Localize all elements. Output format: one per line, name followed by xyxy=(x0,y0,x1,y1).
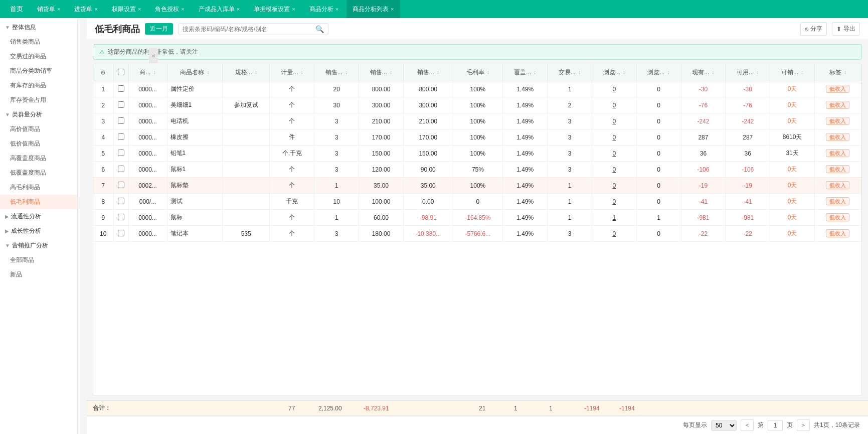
cell-name[interactable]: 吴细细1 xyxy=(167,97,223,113)
row-checkbox[interactable] xyxy=(118,166,124,172)
cell-checkbox[interactable] xyxy=(113,81,128,97)
cell-view1[interactable]: 0 xyxy=(592,178,636,194)
nav-purchase-close[interactable]: × xyxy=(94,6,97,12)
export-btn[interactable]: ⬆ 导出 xyxy=(832,22,860,36)
nav-product-entry[interactable]: 产成品入库单 × xyxy=(193,0,246,18)
next-page-btn[interactable]: ＞ xyxy=(797,419,810,431)
row-checkbox[interactable] xyxy=(118,150,124,156)
sidebar-item-category-rate[interactable]: 商品分类助销率 xyxy=(0,64,77,78)
sidebar-group-overall[interactable]: ▼ 整体信息 xyxy=(0,20,77,35)
row-checkbox[interactable] xyxy=(118,214,124,220)
cell-view1[interactable]: 0 xyxy=(592,113,636,129)
cell-view1[interactable]: 0 xyxy=(592,226,636,242)
cell-checkbox[interactable] xyxy=(113,97,128,113)
nav-purchase[interactable]: 进货单 × xyxy=(68,0,103,18)
col-current[interactable]: 现有... ↕ xyxy=(681,64,726,81)
per-page-select[interactable]: 50 20 100 xyxy=(711,420,737,431)
col-trade[interactable]: 交易... ↕ xyxy=(548,64,592,81)
cell-name[interactable]: 鼠标垫 xyxy=(167,178,223,194)
sidebar-item-in-stock[interactable]: 有库存的商品 xyxy=(0,78,77,93)
share-btn[interactable]: ⎋ 分享 xyxy=(800,22,827,36)
col-unit[interactable]: 计量... ↕ xyxy=(270,64,314,81)
nav-permissions-close[interactable]: × xyxy=(138,6,141,12)
nav-goods-analysis[interactable]: 商品分析 × xyxy=(303,0,344,18)
sidebar-item-new-goods[interactable]: 新品 xyxy=(0,267,77,282)
sidebar-item-high-coverage[interactable]: 高覆盖度商品 xyxy=(0,151,77,166)
cell-checkbox[interactable] xyxy=(113,210,128,226)
nav-sales[interactable]: 销货单 × xyxy=(31,0,66,18)
search-icon[interactable]: 🔍 xyxy=(315,25,324,33)
cell-view1[interactable]: 0 xyxy=(592,194,636,210)
cell-checkbox[interactable] xyxy=(113,194,128,210)
select-all-checkbox[interactable] xyxy=(118,69,124,75)
col-select-all[interactable] xyxy=(113,64,128,81)
cell-view1[interactable]: 0 xyxy=(592,97,636,113)
cell-view1[interactable]: 0 xyxy=(592,81,636,97)
col-coverage[interactable]: 覆盖... ↕ xyxy=(503,64,548,81)
sidebar-item-low-value[interactable]: 低价值商品 xyxy=(0,136,77,151)
row-checkbox[interactable] xyxy=(118,117,124,124)
filter-recent-month-btn[interactable]: 近一月 xyxy=(145,23,173,35)
sidebar-collapse-btn[interactable]: « xyxy=(149,48,158,63)
col-view2[interactable]: 浏览... ↕ xyxy=(636,64,681,81)
cell-name[interactable]: 电话机 xyxy=(167,113,223,129)
col-sales-profit[interactable]: 销售... ↕ xyxy=(403,64,453,81)
cell-checkbox[interactable] xyxy=(113,226,128,242)
sidebar-item-high-margin[interactable]: 高毛利商品 xyxy=(0,180,77,195)
row-checkbox[interactable] xyxy=(118,182,124,188)
row-checkbox[interactable] xyxy=(118,133,124,140)
search-input[interactable] xyxy=(183,26,315,33)
cell-name[interactable]: 测试 xyxy=(167,194,223,210)
col-sales-qty[interactable]: 销售... ↕ xyxy=(314,64,359,81)
col-settings[interactable]: ⚙ xyxy=(93,64,113,81)
row-checkbox[interactable] xyxy=(118,85,124,92)
sidebar-item-stock-fund[interactable]: 库存资金占用 xyxy=(0,93,77,107)
nav-template[interactable]: 单据模板设置 × xyxy=(248,0,301,18)
sidebar-group-marketing[interactable]: ▼ 营销推广分析 xyxy=(0,238,77,253)
col-spec[interactable]: 规格... ↕ xyxy=(223,64,270,81)
nav-sales-close[interactable]: × xyxy=(57,6,60,12)
nav-goods-analysis-list[interactable]: 商品分析列表 × xyxy=(346,0,400,18)
sidebar-item-low-margin[interactable]: 低毛利商品 xyxy=(0,195,77,209)
row-checkbox[interactable] xyxy=(118,101,124,108)
cell-view1[interactable]: 0 xyxy=(592,162,636,178)
cell-view1[interactable]: 0 xyxy=(592,146,636,162)
cell-name[interactable]: 橡皮擦 xyxy=(167,129,223,146)
sidebar-group-circulation[interactable]: ▶ 流通性分析 xyxy=(0,209,77,224)
cell-name[interactable]: 笔记本 xyxy=(167,226,223,242)
col-gross-rate[interactable]: 毛利率 ↕ xyxy=(453,64,503,81)
cell-name[interactable]: 鼠标1 xyxy=(167,162,223,178)
col-name[interactable]: 商品名称 ↕ xyxy=(167,64,223,81)
row-checkbox[interactable] xyxy=(118,230,124,236)
cell-name[interactable]: 铅笔1 xyxy=(167,146,223,162)
sidebar-item-traded-goods[interactable]: 交易过的商品 xyxy=(0,49,77,64)
cell-checkbox[interactable] xyxy=(113,146,128,162)
sidebar-item-all-goods[interactable]: 全部商品 xyxy=(0,253,77,267)
cell-view1[interactable]: 0 xyxy=(592,129,636,146)
sidebar-group-cluster[interactable]: ▼ 类群量分析 xyxy=(0,107,77,122)
col-sellable[interactable]: 可销... ↕ xyxy=(770,64,815,81)
nav-template-close[interactable]: × xyxy=(292,6,295,12)
sidebar-item-low-coverage[interactable]: 低覆盖度商品 xyxy=(0,166,77,180)
sidebar-item-high-value[interactable]: 高价值商品 xyxy=(0,122,77,136)
cell-checkbox[interactable] xyxy=(113,162,128,178)
col-available[interactable]: 可用... ↕ xyxy=(726,64,770,81)
cell-checkbox[interactable] xyxy=(113,178,128,194)
nav-list-close[interactable]: × xyxy=(391,6,394,12)
cell-checkbox[interactable] xyxy=(113,129,128,146)
nav-home[interactable]: 首页 xyxy=(4,0,29,18)
cell-name[interactable]: 属性定价 xyxy=(167,81,223,97)
sidebar-group-growth[interactable]: ▶ 成长性分析 xyxy=(0,224,77,238)
cell-name[interactable]: 鼠标 xyxy=(167,210,223,226)
nav-permissions[interactable]: 权限设置 × xyxy=(106,0,147,18)
nav-product-close[interactable]: × xyxy=(237,6,240,12)
prev-page-btn[interactable]: ＜ xyxy=(741,419,754,431)
sidebar-item-sales-goods[interactable]: 销售类商品 xyxy=(0,35,77,49)
row-checkbox[interactable] xyxy=(118,198,124,204)
col-sales-amount[interactable]: 销售... ↕ xyxy=(359,64,404,81)
nav-role-close[interactable]: × xyxy=(181,6,184,12)
col-tag[interactable]: 标签 ↕ xyxy=(814,64,861,81)
nav-role-auth[interactable]: 角色授权 × xyxy=(149,0,190,18)
cell-checkbox[interactable] xyxy=(113,113,128,129)
col-code[interactable]: 商... ↕ xyxy=(128,64,167,81)
